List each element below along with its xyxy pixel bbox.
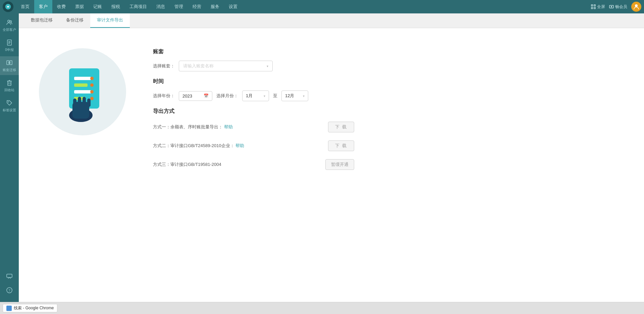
year-label: 选择年份：: [153, 93, 175, 99]
svg-point-33: [90, 97, 94, 100]
account-select-chevron: ▾: [267, 64, 268, 68]
svg-point-31: [90, 83, 94, 87]
svg-point-32: [90, 90, 94, 93]
form-panel: 账套 选择账套： 请输入账套名称 ▾ 时间 选择年份： 2023 📅: [153, 42, 354, 178]
export-method-1-help-link[interactable]: 帮助: [224, 124, 233, 129]
fullscreen-btn[interactable]: 全屏: [591, 4, 605, 10]
year-input[interactable]: 2023 📅: [179, 91, 212, 101]
sidebar: 全部客户 0申报 账套迁移: [0, 13, 19, 302]
sidebar-item-migrate[interactable]: 账套迁移: [0, 56, 19, 75]
sidebar-tag-label: 标签设置: [3, 108, 16, 113]
sidebar-migrate-label: 账套迁移: [3, 68, 16, 72]
nav-items: 首页 客户 收费 票据 记账 报税 工商项目 消息 管理 经营 服务 设置: [16, 0, 591, 13]
sidebar-zero-declare-label: 0申报: [5, 48, 14, 52]
tab-data-migrate[interactable]: 数据包迁移: [24, 13, 59, 28]
main-layout: 全部客户 0申报 账套迁移: [0, 13, 644, 302]
sidebar-recycle-label: 回收站: [4, 88, 14, 92]
export-section-title: 导出方式: [153, 108, 354, 115]
file-icon: [6, 39, 13, 46]
svg-rect-26: [74, 77, 91, 80]
chrome-icon: [6, 306, 12, 311]
taskbar-chrome-item[interactable]: 线索 - Google Chrome: [3, 304, 57, 312]
tab-backup-migrate[interactable]: 备份迁移: [59, 13, 90, 28]
account-section-title: 账套: [153, 48, 354, 55]
svg-point-6: [611, 6, 612, 7]
nav-operation[interactable]: 经营: [188, 0, 206, 13]
nav-tax[interactable]: 报税: [107, 0, 125, 13]
member-label: 畅会员: [615, 4, 627, 10]
nav-message[interactable]: 消息: [152, 0, 170, 13]
account-form-row: 选择账套： 请输入账套名称 ▾: [153, 61, 354, 71]
sidebar-item-tag[interactable]: 标签设置: [0, 97, 19, 115]
sidebar-item-recycle[interactable]: 回收站: [0, 76, 19, 95]
svg-rect-14: [7, 61, 9, 65]
export-method-3-text: 方式三：审计接口GB/T19581-2004: [153, 162, 321, 168]
to-label: 至: [273, 93, 277, 99]
nav-settings[interactable]: 设置: [224, 0, 242, 13]
svg-rect-28: [74, 90, 91, 93]
svg-rect-3: [591, 7, 593, 9]
svg-rect-39: [87, 99, 91, 107]
trash-icon: [6, 79, 13, 86]
member-btn[interactable]: 畅会员: [609, 4, 627, 10]
export-method-3-coming-btn[interactable]: 暂缓开通: [325, 159, 354, 170]
logo[interactable]: [3, 1, 13, 12]
export-method-1-row: 方式一：余额表、序时账批量导出： 帮助 下 载: [153, 122, 354, 132]
nav-manage[interactable]: 管理: [170, 0, 188, 13]
nav-home[interactable]: 首页: [16, 0, 34, 13]
taskbar-item-label: 线索 - Google Chrome: [14, 305, 54, 311]
svg-rect-16: [8, 81, 11, 85]
export-method-1-text: 方式一：余额表、序时账批量导出： 帮助: [153, 124, 324, 130]
top-nav-right: 全屏 畅会员: [591, 2, 641, 12]
nav-fee[interactable]: 收费: [52, 0, 70, 13]
svg-point-9: [10, 21, 12, 22]
svg-point-30: [90, 77, 94, 80]
sidebar-all-customers-label: 全部客户: [3, 27, 16, 32]
people-icon: [6, 19, 13, 26]
calendar-icon: 📅: [204, 93, 209, 98]
svg-rect-38: [83, 97, 86, 107]
taskbar: 线索 - Google Chrome: [0, 302, 644, 314]
fullscreen-label: 全屏: [597, 4, 605, 10]
tag-icon: [6, 99, 13, 107]
tab-audit-export[interactable]: 审计文件导出: [90, 13, 130, 28]
nav-service[interactable]: 服务: [206, 0, 224, 13]
svg-rect-36: [73, 99, 76, 107]
account-select-dropdown[interactable]: 请输入账套名称 ▾: [179, 61, 273, 71]
svg-rect-37: [78, 97, 81, 107]
svg-point-21: [8, 102, 9, 103]
nav-accounting[interactable]: 记账: [89, 0, 107, 13]
help-icon: ?: [6, 287, 13, 294]
sidebar-item-message-bottom[interactable]: [4, 270, 14, 282]
time-form-row: 选择年份： 2023 📅 选择月份： 1月 ▾ 至 12月 ▾: [153, 90, 354, 101]
illustration: [39, 48, 126, 135]
export-method-2-help-link[interactable]: 帮助: [235, 143, 244, 148]
start-month-chevron: ▾: [264, 94, 265, 98]
account-select-label: 选择账套：: [153, 63, 175, 69]
start-month-select[interactable]: 1月 ▾: [242, 90, 269, 101]
svg-rect-15: [10, 61, 12, 65]
export-method-3-row: 方式三：审计接口GB/T19581-2004 暂缓开通: [153, 159, 354, 170]
nav-customer[interactable]: 客户: [34, 0, 52, 13]
tab-bar: 数据包迁移 备份迁移 审计文件导出: [19, 13, 644, 28]
export-method-2-text: 方式二：审计接口GB/T24589-2010企业： 帮助: [153, 143, 324, 149]
nav-business[interactable]: 工商项目: [125, 0, 152, 13]
user-avatar[interactable]: [631, 2, 641, 12]
start-month-value: 1月: [246, 93, 253, 99]
time-section-title: 时间: [153, 78, 354, 85]
top-navigation: 首页 客户 收费 票据 记账 报税 工商项目 消息 管理 经营 服务 设置 全屏…: [0, 0, 644, 13]
export-method-2-download-btn[interactable]: 下 载: [328, 140, 354, 151]
page-content: 账套 选择账套： 请输入账套名称 ▾ 时间 选择年份： 2023 📅: [19, 28, 644, 302]
message-bottom-icon: [6, 272, 13, 280]
svg-point-8: [8, 20, 10, 22]
sidebar-bottom: ?: [4, 270, 14, 299]
nav-invoice[interactable]: 票据: [70, 0, 89, 13]
svg-rect-2: [594, 5, 595, 6]
end-month-value: 12月: [285, 93, 294, 99]
export-method-1-download-btn[interactable]: 下 载: [328, 122, 354, 132]
sidebar-item-help[interactable]: ?: [4, 284, 14, 297]
end-month-chevron: ▾: [303, 94, 305, 98]
sidebar-item-all-customers[interactable]: 全部客户: [0, 16, 19, 35]
end-month-select[interactable]: 12月 ▾: [281, 90, 308, 101]
sidebar-item-zero-declare[interactable]: 0申报: [0, 36, 19, 55]
